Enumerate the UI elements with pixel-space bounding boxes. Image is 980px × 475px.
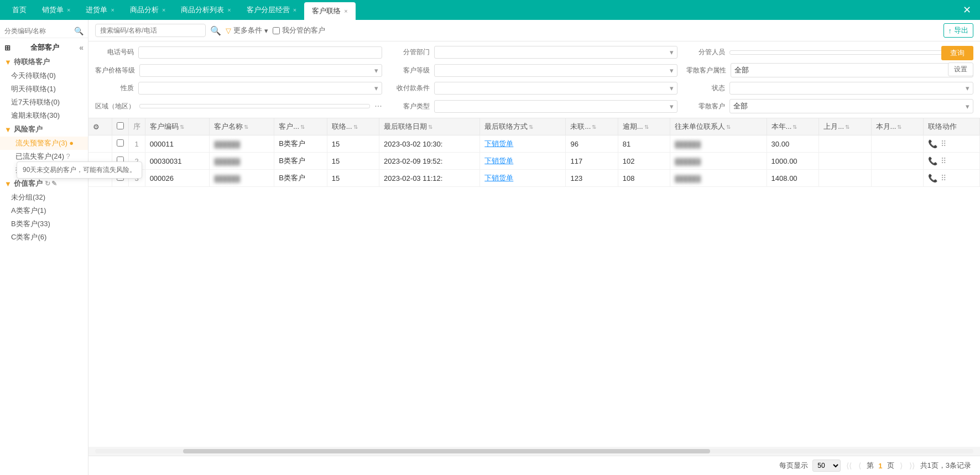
sidebar-item-b-class[interactable]: B类客户(33) — [0, 217, 88, 231]
scrollbar-thumb[interactable] — [183, 449, 710, 453]
col-code[interactable]: 客户编码⇅ — [145, 118, 210, 135]
sidebar-section-risk[interactable]: ▼ 风险客户 — [0, 122, 88, 137]
filter-more-button[interactable]: ▽ 更多条件 ▾ — [226, 25, 268, 35]
sidebar-search-icon[interactable]: 🔍 — [74, 27, 84, 35]
sidebar-item-a-class[interactable]: A类客户(1) — [0, 204, 88, 217]
sidebar-item-ungrouped[interactable]: 未分组(32) — [0, 191, 88, 204]
row-checkbox[interactable] — [117, 139, 124, 147]
sidebar-all-customers[interactable]: ⊞ 全部客户 « — [0, 40, 88, 55]
row-this-month-cell — [871, 135, 923, 153]
filter-dept-select[interactable]: ▾ — [434, 46, 678, 59]
tab-purchase-close[interactable]: × — [111, 7, 114, 13]
query-button[interactable]: 查询 — [941, 46, 973, 60]
first-page-button[interactable]: ⟨⟨ — [845, 461, 853, 470]
per-page-select[interactable]: 50 100 200 — [812, 460, 841, 472]
next-page-button[interactable]: ⟩ — [899, 461, 904, 470]
tab-purchase[interactable]: 进货单 × — [78, 0, 122, 20]
action-phone-icon[interactable]: 📞 — [928, 139, 937, 148]
horizontal-scrollbar[interactable] — [95, 449, 973, 453]
filter-status-select[interactable]: ▾ — [729, 82, 973, 95]
filter-region-ellipsis[interactable]: ··· — [374, 101, 382, 111]
row-last-method-cell[interactable]: 下销货单 — [480, 135, 566, 153]
export-button[interactable]: ↑ 导出 — [943, 23, 974, 38]
filter-nature-row: 性质 ▾ — [95, 82, 382, 95]
tab-customer-contact[interactable]: 客户联络 × — [304, 2, 355, 20]
tab-analysis[interactable]: 商品分析 × — [122, 0, 173, 20]
filter-mine-check[interactable] — [273, 27, 280, 34]
settings-button[interactable]: 设置 — [948, 62, 973, 76]
last-method-link[interactable]: 下销货单 — [484, 174, 513, 182]
filter-customer-type-select[interactable]: ▾ — [434, 100, 678, 113]
filter-price-grade-select[interactable]: ▾ — [139, 64, 382, 77]
tab-analysis-close[interactable]: × — [162, 7, 165, 13]
sidebar: 🔍 ⊞ 全部客户 « ▼ 待联络客户 今天待联络(0) 明天待联络(1) 近7天… — [0, 20, 88, 475]
tab-customer-segment[interactable]: 客户分层经营 × — [239, 0, 304, 20]
filter-retail-select[interactable]: 全部 ▾ — [729, 99, 973, 113]
tab-analysis-list-close[interactable]: × — [227, 7, 231, 13]
col-last-date[interactable]: 最后联络日期⇅ — [379, 118, 480, 135]
filter-search-input[interactable] — [95, 24, 206, 37]
action-more-icon[interactable]: ⠿ — [941, 156, 946, 165]
row-checkbox-cell[interactable] — [112, 135, 128, 153]
tab-home[interactable]: 首页 — [4, 0, 34, 20]
filter-retail-attr-select[interactable]: 全部 ▾ — [731, 63, 973, 77]
last-method-link[interactable]: 下销货单 — [484, 139, 513, 148]
sidebar-item-lost-question[interactable]: ? — [66, 152, 70, 160]
window-close-button[interactable]: ✕ — [958, 4, 976, 16]
last-method-link[interactable]: 下销货单 — [484, 156, 513, 165]
col-name[interactable]: 客户名称⇅ — [210, 118, 274, 135]
sidebar-item-c-class[interactable]: C类客户(6) — [0, 231, 88, 244]
filter-retail-attr-label: 零散客户属性 — [686, 66, 726, 75]
filter-mine-checkbox[interactable]: 我分管的客户 — [273, 25, 325, 35]
sidebar-value-edit[interactable]: ✎ — [51, 180, 57, 187]
row-last-method-cell[interactable]: 下销货单 — [480, 170, 566, 187]
col-this-year[interactable]: 本年...⇅ — [767, 118, 819, 135]
col-actions: 联络动作 — [923, 118, 979, 135]
sidebar-item-tomorrow[interactable]: 明天待联络(1) — [0, 82, 88, 96]
tab-analysis-list[interactable]: 商品分析列表 × — [173, 0, 238, 20]
tab-sales-close[interactable]: × — [67, 7, 70, 13]
filter-nature-select[interactable]: ▾ — [138, 82, 382, 95]
action-more-icon[interactable]: ⠿ — [941, 174, 946, 182]
filter-search-button[interactable]: 🔍 — [210, 25, 221, 36]
sidebar-item-churn-warning[interactable]: 流失预警客户(3) ● — [0, 137, 88, 150]
filter-retail-attr-value: 全部 — [734, 65, 749, 75]
filter-customer-grade-label: 客户等级 — [391, 66, 430, 75]
sidebar-item-7days-label: 近7天待联络(0) — [11, 98, 60, 106]
col-contact-person[interactable]: 往来单位联系人⇅ — [670, 118, 767, 135]
sidebar-item-today[interactable]: 今天待联络(0) — [0, 69, 88, 82]
sidebar-item-overdue[interactable]: 逾期未联络(30) — [0, 109, 88, 122]
filter-payment-select[interactable]: ▾ — [434, 82, 678, 95]
prev-page-button[interactable]: ⟨ — [857, 461, 862, 470]
select-all-checkbox[interactable] — [117, 122, 124, 129]
col-last-method[interactable]: 最后联络方式⇅ — [480, 118, 566, 135]
filter-phone-input[interactable] — [138, 46, 382, 59]
sidebar-arrow-risk: ▼ — [4, 126, 12, 134]
last-page-button[interactable]: ⟩⟩ — [908, 461, 916, 470]
row-index-cell: 1 — [128, 135, 145, 153]
filter-customer-grade-select[interactable]: ▾ — [434, 64, 678, 77]
tab-customer-contact-close[interactable]: × — [344, 8, 347, 14]
action-phone-icon[interactable]: 📞 — [928, 156, 937, 165]
sidebar-search-input[interactable] — [4, 27, 74, 35]
filter-manager-select[interactable] — [729, 50, 961, 55]
col-type[interactable]: 客户...⇅ — [274, 118, 327, 135]
row-last-method-cell[interactable]: 下销货单 — [480, 153, 566, 170]
filter-region-select[interactable] — [139, 104, 370, 108]
tab-sales[interactable]: 销货单 × — [34, 0, 78, 20]
tab-customer-segment-close[interactable]: × — [293, 7, 296, 13]
action-phone-icon[interactable]: 📞 — [928, 174, 937, 182]
col-contact-count[interactable]: 联络...⇅ — [327, 118, 379, 135]
col-uncontact[interactable]: 未联...⇅ — [566, 118, 618, 135]
action-more-icon[interactable]: ⠿ — [941, 139, 946, 148]
col-this-month[interactable]: 本月...⇅ — [871, 118, 923, 135]
col-last-month[interactable]: 上月...⇅ — [819, 118, 871, 135]
sidebar-collapse-icon[interactable]: « — [79, 43, 84, 52]
sidebar-search-bar[interactable]: 🔍 — [0, 24, 88, 38]
col-overdue[interactable]: 逾期...⇅ — [618, 118, 670, 135]
col-settings[interactable]: ⚙ — [88, 118, 112, 135]
col-checkbox[interactable] — [112, 118, 128, 135]
sidebar-section-pending[interactable]: ▼ 待联络客户 — [0, 55, 88, 69]
sidebar-value-refresh[interactable]: ↻ — [45, 180, 50, 187]
sidebar-item-7days[interactable]: 近7天待联络(0) — [0, 96, 88, 109]
